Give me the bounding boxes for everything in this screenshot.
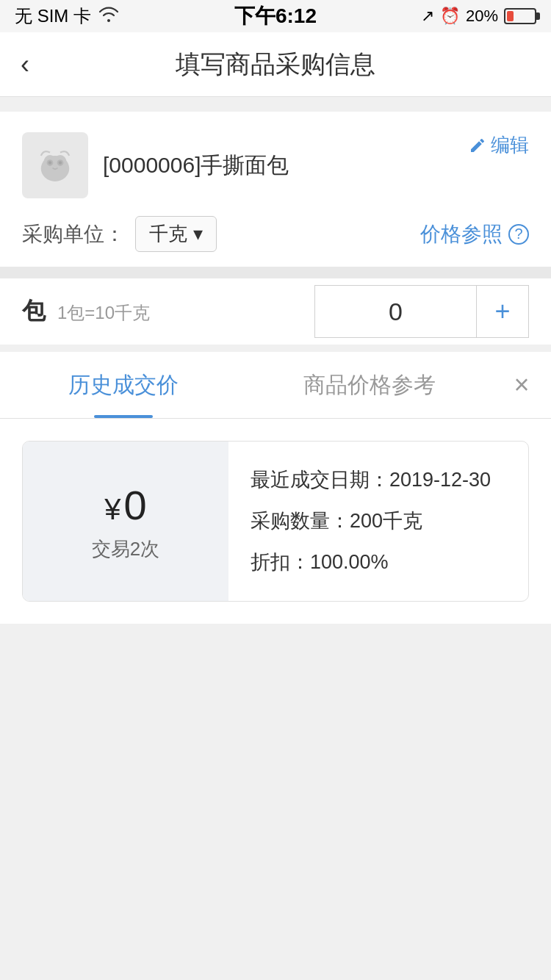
section-divider (0, 267, 551, 278)
wifi-icon (98, 6, 119, 26)
purchase-unit-label: 采购单位： (22, 220, 125, 248)
price-ref-help-icon: ? (508, 224, 529, 245)
location-icon: ↗ (421, 7, 434, 26)
quantity-row: 包 1包=10千克 + (0, 278, 551, 345)
card-price-summary: ¥0 交易2次 (23, 442, 228, 601)
carrier-label: 无 SIM 卡 (15, 4, 91, 28)
product-section: [0000006]手撕面包 编辑 采购单位： 千克 ▾ 价格参照 ? (0, 112, 551, 267)
quantity-unit: 包 (22, 295, 46, 328)
alarm-icon: ⏰ (440, 7, 460, 26)
yen-symbol: ¥ (104, 493, 120, 525)
recent-date-row: 最近成交日期：2019-12-30 (251, 466, 506, 494)
product-name: [0000006]手撕面包 (103, 151, 289, 181)
purchase-unit-row: 采购单位： 千克 ▾ 价格参照 ? (22, 216, 529, 252)
product-left: [0000006]手撕面包 (22, 132, 289, 198)
card-details: 最近成交日期：2019-12-30 采购数量：200千克 折扣：100.00% (228, 442, 528, 601)
nav-bar: ‹ 填写商品采购信息 (0, 32, 551, 97)
battery-percent: 20% (466, 7, 498, 26)
tab-history-price[interactable]: 历史成交价 (0, 352, 246, 418)
product-thumbnail (22, 132, 88, 198)
quantity-plus-button[interactable]: + (476, 285, 529, 338)
product-header: [0000006]手撕面包 编辑 (22, 132, 529, 198)
status-left: 无 SIM 卡 (15, 4, 119, 28)
unit-select-dropdown[interactable]: 千克 ▾ (135, 216, 217, 252)
price-reference-button[interactable]: 价格参照 ? (420, 220, 529, 248)
quantity-label: 包 1包=10千克 (22, 295, 150, 328)
history-content: ¥0 交易2次 最近成交日期：2019-12-30 采购数量：200千克 折扣：… (0, 419, 551, 624)
back-button[interactable]: ‹ (21, 49, 29, 80)
discount-row: 折扣：100.00% (251, 549, 506, 577)
chevron-down-icon: ▾ (193, 223, 203, 245)
status-bar: 无 SIM 卡 下午6:12 ↗ ⏰ 20% (0, 0, 551, 32)
main-content: 历史成交价 商品价格参考 × ¥0 交易2次 最近成交日期：2019-12-30 (0, 352, 551, 866)
svg-point-5 (48, 161, 51, 164)
battery-icon (504, 8, 536, 24)
edit-button[interactable]: 编辑 (469, 132, 529, 158)
history-card: ¥0 交易2次 最近成交日期：2019-12-30 采购数量：200千克 折扣：… (22, 441, 529, 602)
svg-point-6 (59, 161, 62, 164)
status-time: 下午6:12 (234, 2, 317, 30)
edit-icon (469, 137, 486, 154)
purchase-qty-row: 采购数量：200千克 (251, 508, 506, 536)
product-image-icon (29, 140, 81, 191)
trade-count: 交易2次 (92, 536, 159, 562)
price-display: ¥0 (104, 481, 146, 529)
quantity-conversion: 1包=10千克 (57, 301, 150, 325)
tabs-close-button[interactable]: × (492, 370, 551, 400)
price-value: 0 (124, 482, 147, 528)
purchase-unit-left: 采购单位： 千克 ▾ (22, 216, 217, 252)
tab-product-price-ref[interactable]: 商品价格参考 (246, 352, 492, 418)
status-right: ↗ ⏰ 20% (421, 7, 536, 26)
quantity-input[interactable] (314, 285, 476, 338)
tabs-section: 历史成交价 商品价格参考 × ¥0 交易2次 最近成交日期：2019-12-30 (0, 352, 551, 624)
tabs-header: 历史成交价 商品价格参考 × (0, 352, 551, 419)
page-title: 填写商品采购信息 (176, 48, 375, 82)
quantity-input-group: + (314, 285, 529, 338)
